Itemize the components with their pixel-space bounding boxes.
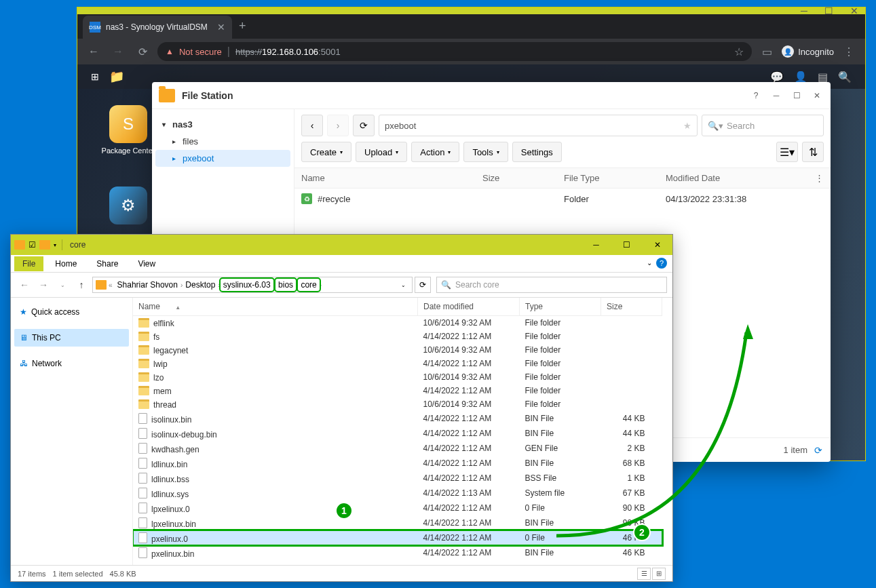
- favorite-icon[interactable]: ★: [683, 121, 691, 131]
- col-name[interactable]: Name: [133, 298, 418, 316]
- tab-close-icon[interactable]: ✕: [217, 22, 225, 33]
- tools-button[interactable]: Tools▾: [463, 142, 508, 162]
- col-name[interactable]: Name: [294, 168, 476, 189]
- list-item[interactable]: mem4/14/2022 1:12 AMFile folder: [133, 384, 662, 397]
- browser-tab[interactable]: DSM nas3 - Synology VirtualDSM ✕: [83, 16, 232, 39]
- help-icon[interactable]: ?: [749, 89, 763, 102]
- list-item[interactable]: legacynet10/6/2014 9:32 AMFile folder: [133, 343, 662, 357]
- breadcrumb-segment[interactable]: syslinux-6.03: [221, 279, 273, 291]
- breadcrumb-segment[interactable]: Shahriar Shovon: [115, 279, 180, 291]
- back-button[interactable]: ‹: [301, 115, 323, 136]
- list-item[interactable]: pxelinux.04/14/2022 1:12 AM0 File46 KB: [133, 530, 662, 545]
- nav-up-icon[interactable]: ↑: [73, 277, 90, 293]
- breadcrumb-segment[interactable]: Desktop: [183, 279, 218, 291]
- new-tab-icon[interactable]: +: [239, 19, 246, 33]
- path-input[interactable]: pxeboot★: [379, 115, 698, 136]
- nav-back-icon[interactable]: ←: [16, 277, 33, 293]
- tab-view[interactable]: View: [130, 256, 164, 271]
- breadcrumb-dropdown-icon[interactable]: ⌄: [401, 282, 409, 288]
- reload-button[interactable]: ⟳: [353, 115, 375, 136]
- refresh-icon[interactable]: ⟳: [814, 445, 822, 456]
- list-item[interactable]: ldlinux.bin4/14/2022 1:12 AMBIN File68 K…: [133, 456, 662, 471]
- ex-close-icon[interactable]: ✕: [642, 235, 672, 255]
- list-item[interactable]: isolinux-debug.bin4/14/2022 1:12 AMBIN F…: [133, 426, 662, 441]
- address-bar[interactable]: ▲ Not secure | https://192.168.0.106:500…: [157, 42, 752, 61]
- list-item[interactable]: isolinux.bin4/14/2022 1:12 AMBIN File44 …: [133, 411, 662, 426]
- list-item[interactable]: kwdhash.gen4/14/2022 1:12 AMGEN File2 KB: [133, 441, 662, 456]
- app-grid-icon[interactable]: ⊞: [91, 71, 99, 82]
- list-item[interactable]: pxelinux.bin4/14/2022 1:12 AMBIN File46 …: [133, 545, 662, 560]
- nav-quick-access[interactable]: ★Quick access: [14, 303, 129, 321]
- ex-minimize-icon[interactable]: ─: [581, 235, 611, 255]
- chrome-window-maximize-icon[interactable]: ☐: [824, 5, 833, 16]
- menu-icon[interactable]: ⋮: [839, 42, 858, 61]
- sort-button[interactable]: ⇅: [802, 142, 824, 162]
- nav-this-pc[interactable]: 🖥This PC: [14, 329, 129, 347]
- col-date[interactable]: Date modified: [418, 298, 520, 316]
- search-icon[interactable]: 🔍: [838, 71, 852, 83]
- ribbon-caret-icon[interactable]: ⌄: [647, 259, 652, 267]
- qat-dropdown-icon[interactable]: ▾: [54, 242, 56, 248]
- maximize-icon[interactable]: ☐: [790, 89, 803, 102]
- breadcrumb-segment[interactable]: bios: [275, 279, 296, 291]
- tab-share[interactable]: Share: [88, 256, 126, 271]
- list-item[interactable]: thread10/6/2014 9:32 AMFile folder: [133, 397, 662, 411]
- tree-pxeboot[interactable]: ▸pxeboot: [155, 150, 290, 167]
- nav-refresh-icon[interactable]: ⟳: [415, 277, 431, 293]
- breadcrumb[interactable]: « Shahriar Shovon›Desktop›syslinux-6.03›…: [92, 277, 413, 293]
- list-item[interactable]: lwip4/14/2022 1:12 AMFile folder: [133, 357, 662, 370]
- explorer-search-input[interactable]: 🔍 Search core: [436, 277, 667, 293]
- control-panel-shortcut[interactable]: ⚙: [101, 187, 155, 224]
- ex-maximize-icon[interactable]: ☐: [611, 235, 642, 255]
- tree-files[interactable]: ▸files: [155, 133, 290, 150]
- view-details-icon[interactable]: ☰: [637, 568, 651, 580]
- package-center-shortcut[interactable]: S Package Center: [101, 105, 155, 155]
- qat-checkbox-icon[interactable]: ☑: [28, 240, 36, 250]
- search-input[interactable]: 🔍▾ Search: [702, 115, 824, 136]
- col-type[interactable]: Type: [520, 298, 601, 316]
- table-row[interactable]: ♻#recycleFolder04/13/2022 23:31:38: [294, 189, 831, 210]
- nav-network[interactable]: 🖧Network: [14, 355, 129, 372]
- list-item[interactable]: fs4/14/2022 1:12 AMFile folder: [133, 330, 662, 343]
- qat-folder-icon[interactable]: [39, 240, 50, 250]
- widgets-icon[interactable]: ▤: [818, 71, 828, 83]
- chrome-window-close-icon[interactable]: ✕: [850, 5, 858, 16]
- nav-recent-icon[interactable]: ⌄: [54, 277, 71, 293]
- col-filetype[interactable]: File Type: [557, 168, 659, 189]
- file-icon: [138, 473, 147, 484]
- list-item[interactable]: ldlinux.sys4/14/2022 1:13 AMSystem file6…: [133, 486, 662, 501]
- list-item[interactable]: lzo10/6/2014 9:32 AMFile folder: [133, 370, 662, 384]
- close-icon[interactable]: ✕: [810, 89, 824, 102]
- nav-back-icon[interactable]: ←: [84, 42, 103, 61]
- chat-icon[interactable]: 💬: [770, 71, 784, 83]
- breadcrumb-segment[interactable]: core: [298, 279, 319, 291]
- settings-button[interactable]: Settings: [512, 142, 562, 162]
- list-item[interactable]: lpxelinux.bin4/14/2022 1:12 AMBIN File90…: [133, 515, 662, 530]
- col-size[interactable]: Size: [476, 168, 557, 189]
- list-item[interactable]: ldlinux.bss4/14/2022 1:12 AMBSS File1 KB: [133, 471, 662, 486]
- bookmark-star-icon[interactable]: ☆: [734, 45, 744, 58]
- panel-icon[interactable]: ▭: [757, 42, 776, 61]
- col-modified[interactable]: Modified Date: [659, 168, 808, 189]
- help-icon[interactable]: ?: [656, 258, 667, 269]
- nav-forward-icon[interactable]: →: [109, 42, 128, 61]
- view-list-button[interactable]: ☰▾: [776, 142, 798, 162]
- list-item[interactable]: elflink10/6/2014 9:32 AMFile folder: [133, 316, 662, 330]
- forward-button[interactable]: ›: [327, 115, 349, 136]
- minimize-icon[interactable]: ─: [769, 89, 783, 102]
- tree-root[interactable]: ▾nas3: [155, 116, 290, 133]
- chrome-window-minimize-icon[interactable]: ─: [801, 5, 807, 16]
- create-button[interactable]: Create▾: [301, 142, 351, 162]
- folder-shortcut-icon[interactable]: 📁: [109, 69, 124, 84]
- user-icon[interactable]: 👤: [794, 71, 807, 83]
- list-item[interactable]: lpxelinux.04/14/2022 1:12 AM0 File90 KB: [133, 501, 662, 515]
- nav-reload-icon[interactable]: ⟳: [133, 42, 152, 61]
- warning-icon: ▲: [166, 47, 174, 56]
- col-size[interactable]: Size: [601, 298, 662, 316]
- col-options-icon[interactable]: ⋮: [808, 168, 831, 189]
- tab-file[interactable]: File: [14, 256, 43, 271]
- action-button[interactable]: Action▾: [411, 142, 459, 162]
- upload-button[interactable]: Upload▾: [356, 142, 407, 162]
- view-icons-icon[interactable]: ⊞: [652, 568, 666, 580]
- tab-home[interactable]: Home: [47, 256, 85, 271]
